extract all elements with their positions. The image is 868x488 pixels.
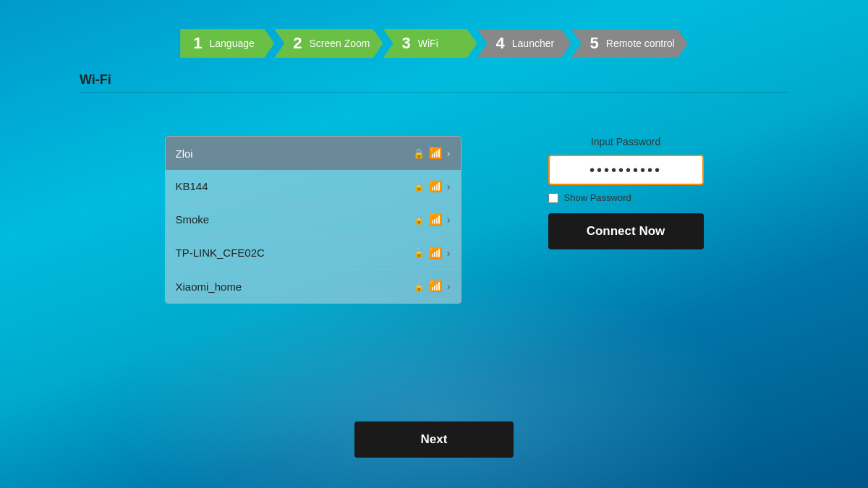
- step-3: 3 WiFi: [383, 29, 477, 58]
- step-1: 1 Language: [180, 29, 274, 58]
- divider: [80, 92, 788, 93]
- chevron-right-icon: ›: [447, 247, 451, 259]
- step-2: 2 Screen Zoom: [274, 29, 383, 58]
- network-item[interactable]: KB144 🔒 📶 ›: [166, 170, 461, 203]
- network-icons: 🔒 📶 ›: [413, 247, 451, 260]
- network-name: Zloi: [176, 147, 193, 160]
- input-password-label: Input Password: [591, 136, 661, 147]
- lock-icon: 🔒: [413, 281, 425, 292]
- network-icons: 🔒 📶 ›: [413, 147, 451, 160]
- show-password-row: Show Password: [548, 192, 631, 203]
- step-4: 4 Launcher: [477, 29, 571, 58]
- step-number-1: 2: [293, 34, 302, 53]
- step-label-2: WiFi: [418, 38, 438, 49]
- network-item[interactable]: Zloi 🔒 📶 ›: [166, 137, 461, 170]
- stepper: 1 Language 2 Screen Zoom 3 WiFi 4 Launch…: [0, 0, 868, 58]
- step-number-2: 3: [402, 34, 411, 53]
- step-label-4: Remote control: [606, 38, 675, 49]
- step-number-0: 1: [193, 34, 202, 53]
- password-panel: Input Password Show Password Connect Now: [548, 136, 704, 249]
- step-5: 5 Remote control: [571, 29, 688, 58]
- network-item[interactable]: Smoke 🔒 📶 ›: [166, 203, 461, 236]
- section-title: Wi-Fi: [80, 72, 788, 87]
- network-icons: 🔒 📶 ›: [413, 280, 451, 293]
- lock-icon: 🔒: [413, 214, 425, 225]
- network-item[interactable]: TP-LINK_CFE02C 🔒 📶 ›: [166, 236, 461, 270]
- network-icons: 🔒 📶 ›: [413, 180, 451, 193]
- step-label-0: Language: [210, 38, 255, 49]
- connect-now-button[interactable]: Connect Now: [548, 213, 704, 249]
- next-button[interactable]: Next: [354, 421, 514, 458]
- show-password-checkbox[interactable]: [548, 193, 558, 203]
- lock-icon: 🔒: [413, 148, 425, 159]
- show-password-label: Show Password: [564, 192, 631, 203]
- content-area: Wi-Fi Zloi 🔒 📶 › KB144 🔒 📶 › Smoke 🔒 📶 ›: [0, 58, 868, 318]
- chevron-right-icon: ›: [447, 281, 451, 292]
- step-number-3: 4: [496, 34, 505, 53]
- wifi-icon: 📶: [429, 280, 443, 293]
- next-button-container: Next: [354, 421, 514, 458]
- wifi-icon: 📶: [429, 247, 443, 260]
- network-name: TP-LINK_CFE02C: [176, 247, 265, 259]
- network-name: KB144: [176, 180, 208, 192]
- step-label-3: Launcher: [512, 38, 554, 49]
- step-number-4: 5: [590, 34, 599, 53]
- network-list: Zloi 🔒 📶 › KB144 🔒 📶 › Smoke 🔒 📶 › TP-LI…: [165, 136, 461, 304]
- lock-icon: 🔒: [413, 181, 425, 192]
- wifi-icon: 📶: [429, 180, 443, 193]
- wifi-icon: 📶: [429, 213, 443, 226]
- network-icons: 🔒 📶 ›: [413, 213, 451, 226]
- wifi-icon: 📶: [429, 147, 443, 160]
- network-name: Xiaomi_home: [176, 281, 242, 293]
- lock-icon: 🔒: [413, 247, 425, 258]
- network-name: Smoke: [176, 213, 210, 226]
- chevron-right-icon: ›: [447, 147, 451, 159]
- main-layout: Zloi 🔒 📶 › KB144 🔒 📶 › Smoke 🔒 📶 › TP-LI…: [80, 136, 788, 304]
- chevron-right-icon: ›: [447, 181, 451, 192]
- network-item[interactable]: Xiaomi_home 🔒 📶 ›: [166, 270, 461, 303]
- chevron-right-icon: ›: [447, 214, 451, 226]
- step-label-1: Screen Zoom: [310, 38, 370, 49]
- password-input[interactable]: [548, 155, 704, 185]
